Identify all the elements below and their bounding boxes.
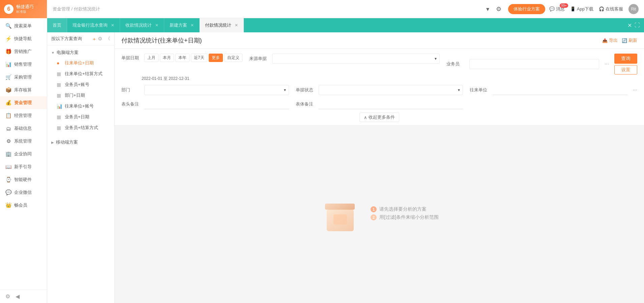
tab-income-stats[interactable]: 收款情况统计 ✕ <box>120 18 164 32</box>
unit-ellipsis-icon[interactable]: ··· <box>633 87 637 93</box>
hint-num-2: 2 <box>371 214 377 220</box>
sidebar-item-enterprise[interactable]: 🏢 企业协同 <box>0 148 47 160</box>
dept-filter-label: 部门 <box>121 87 142 93</box>
sidebar-item-system[interactable]: ⚙ 系统管理 <box>0 135 47 148</box>
tab-bank-flow-close[interactable]: ✕ <box>111 23 114 28</box>
online-service-label: 在线客服 <box>606 6 623 12</box>
sidebar-item-guide[interactable]: 📖 新手引导 <box>0 160 47 173</box>
sidebar-item-funds[interactable]: 💰 资金管理 <box>0 96 47 109</box>
query-button[interactable]: 查询 <box>614 54 637 64</box>
body-note-label: 表体备注 <box>296 101 316 107</box>
staff-ellipsis-icon[interactable]: ··· <box>605 61 609 67</box>
funds-icon: 💰 <box>5 100 11 106</box>
unit-select[interactable] <box>493 85 627 95</box>
scheme-item-dept-date-icon: ▦ <box>57 93 62 98</box>
sidebar-collapse-icon[interactable]: ◀ <box>16 293 20 300</box>
staff-filter-label: 业务员 <box>446 61 467 67</box>
sidebar-bottom: ⚙ ◀ <box>0 290 47 303</box>
tab-expand-icon[interactable]: ⛶ <box>635 22 640 28</box>
date-btn-this-month[interactable]: 本月 <box>160 54 174 62</box>
scheme-group-desktop-header[interactable]: ▼ 电脑端方案 <box>47 48 114 58</box>
sidebar-item-member[interactable]: 👑 畅会员 <box>0 199 47 212</box>
scheme-item-dept-date[interactable]: ▦ 部门+日期 <box>47 90 114 101</box>
sidebar-item-basic-info[interactable]: 🗂 基础信息 <box>0 122 47 135</box>
doc-status-select[interactable]: ▾ <box>319 85 463 95</box>
topbar-dropdown-icon[interactable]: ▾ <box>486 5 489 13</box>
tab-payment-stats[interactable]: 付款情况统计 ✕ <box>200 18 244 32</box>
body-note-input[interactable] <box>319 99 463 109</box>
scheme-add-icon[interactable]: + <box>93 36 96 42</box>
scheme-group-mobile-header[interactable]: ▶ 移动端方案 <box>47 137 114 147</box>
scheme-settings-icon[interactable]: ⚙ <box>98 36 102 42</box>
sidebar-item-label: 库存核算 <box>14 87 32 93</box>
sidebar-settings-icon[interactable]: ⚙ <box>5 293 10 300</box>
app-download-action[interactable]: 📱 App下载 <box>570 6 593 12</box>
tab-bank-flow[interactable]: 现金银行流水查询 ✕ <box>67 18 120 32</box>
doc-status-filter-label: 单据状态 <box>296 87 316 93</box>
sidebar-item-hardware[interactable]: ⌚ 智能硬件 <box>0 173 47 186</box>
online-service-action[interactable]: 🎧 在线客服 <box>599 6 623 12</box>
collapse-more-btn[interactable]: ∧ 收起更多条件 <box>359 113 399 122</box>
scheme-panel-header: 按以下方案查询 + ⚙ 《 <box>47 32 114 46</box>
dept-select[interactable]: ▾ <box>144 85 289 95</box>
settings-button[interactable]: 设置 <box>614 65 637 74</box>
sidebar-item-inventory[interactable]: 📦 库存核算 <box>0 84 47 96</box>
tab-home[interactable]: 首页 <box>47 18 67 32</box>
scheme-item-staff-account-label: 业务员+账号 <box>65 82 89 88</box>
empty-hints: 1 请先选择要分析的方案 2 用[过滤]条件来缩小分析范围 <box>371 206 439 222</box>
trial-button[interactable]: 体验行业方案 <box>508 4 545 14</box>
sidebar-item-wechat[interactable]: 💬 企业微信 <box>0 186 47 199</box>
header-note-input[interactable] <box>144 99 289 109</box>
sidebar-item-purchase[interactable]: 🛒 采购管理 <box>0 71 47 84</box>
tab-close-all-icon[interactable]: ✕ <box>627 22 632 29</box>
basic-info-icon: 🗂 <box>5 125 11 131</box>
source-select[interactable]: ▾ <box>272 54 440 64</box>
scheme-item-unit-account-icon: 📊 <box>57 103 62 109</box>
sidebar-item-sales[interactable]: 📊 销售管理 <box>0 58 47 71</box>
user-avatar[interactable]: Rit <box>628 4 639 14</box>
scheme-item-unit-date[interactable]: ● 往来单位+日期 <box>47 58 114 68</box>
sidebar-item-marketing[interactable]: 🎁 营销推广 <box>0 45 47 58</box>
refresh-button[interactable]: 🔄 刷新 <box>622 37 637 43</box>
export-button[interactable]: 📤 导出 <box>602 37 618 43</box>
content-wrapper: 按以下方案查询 + ⚙ 《 ▼ 电脑端方案 ● 往来单位+日期 ▦ <box>47 32 644 303</box>
scheme-item-staff-settle[interactable]: ▦ 业务员+结算方式 <box>47 122 114 133</box>
scheme-item-unit-account[interactable]: 📊 往来单位+账号 <box>47 101 114 112</box>
sidebar-item-label: 经营管理 <box>14 113 32 119</box>
tab-income-stats-label: 收款情况统计 <box>125 22 152 28</box>
tab-payment-stats-close[interactable]: ✕ <box>235 23 238 28</box>
date-btn-custom[interactable]: 自定义 <box>224 54 242 62</box>
date-btn-last-7days[interactable]: 近7天 <box>191 54 207 62</box>
sidebar-item-search-menu[interactable]: 🔍 搜索菜单 <box>0 20 47 32</box>
page-header-actions: 📤 导出 🔄 刷新 <box>602 37 637 43</box>
member-icon: 👑 <box>5 202 11 208</box>
logo-icon: 6 <box>4 4 13 14</box>
date-btn-last-month[interactable]: 上月 <box>144 54 158 62</box>
staff-select[interactable] <box>469 59 599 69</box>
scheme-item-unit-settle[interactable]: ▦ 往来单位+结算方式 <box>47 68 114 79</box>
sidebar-item-label: 搜索菜单 <box>14 23 32 29</box>
scheme-item-staff-account[interactable]: ▦ 业务员+账号 <box>47 79 114 90</box>
tab-new-scheme[interactable]: 新建方案 ✕ <box>164 18 200 32</box>
scheme-panel-title: 按以下方案查询 <box>51 36 91 42</box>
scheme-group-desktop-label: 电脑端方案 <box>57 50 79 56</box>
scheme-item-staff-account-icon: ▦ <box>57 82 62 87</box>
tab-new-scheme-close[interactable]: ✕ <box>191 23 194 28</box>
scheme-item-staff-date-label: 业务员+日期 <box>65 114 89 120</box>
scheme-item-staff-date[interactable]: ▦ 业务员+日期 <box>47 112 114 122</box>
sidebar-item-quick-nav[interactable]: ⚡ 快捷导航 <box>0 32 47 45</box>
date-btn-this-year[interactable]: 本年 <box>175 54 189 62</box>
search-menu-icon: 🔍 <box>5 23 11 29</box>
topbar-settings-icon[interactable]: ⚙ <box>496 5 501 13</box>
empty-state: 1 请先选择要分析的方案 2 用[过滤]条件来缩小分析范围 <box>320 198 439 231</box>
header-note-label: 表头备注 <box>121 101 142 107</box>
sidebar-nav: 🔍 搜索菜单 ⚡ 快捷导航 🎁 营销推广 📊 销售管理 🛒 采购管理 📦 库存核… <box>0 18 47 290</box>
date-btn-more[interactable]: 更多 <box>209 54 223 62</box>
export-icon: 📤 <box>602 38 608 43</box>
scheme-collapse-btn[interactable]: 《 <box>106 36 110 42</box>
message-action[interactable]: 💬 消息 99+ <box>549 6 565 12</box>
system-icon: ⚙ <box>5 138 11 144</box>
tab-bank-flow-label: 现金银行流水查询 <box>72 22 108 28</box>
sidebar-item-operations[interactable]: 📋 经营管理 <box>0 109 47 122</box>
tab-income-stats-close[interactable]: ✕ <box>155 23 158 28</box>
